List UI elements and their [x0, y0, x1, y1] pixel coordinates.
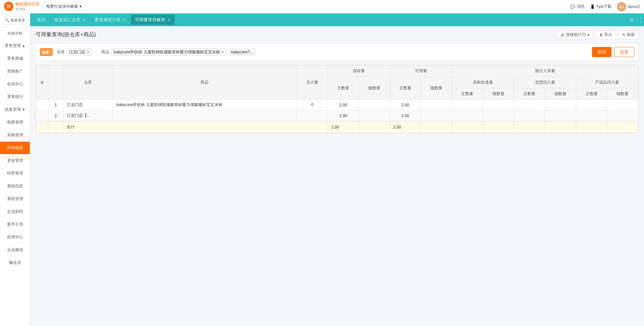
product-filter-tag1[interactable]: babycare学饮杯 儿童防摔防撞吸管杯重力球吸嘴杯宝宝水杯 ✕ [111, 48, 227, 56]
sidebar-item-wholesale-mgmt[interactable]: 批发管理 ▼ [0, 103, 30, 116]
tab-close-all-icon[interactable]: ✕ [630, 17, 634, 22]
tab-order-stats-close[interactable]: ✕ [123, 17, 126, 22]
sidebar-item-inventory[interactable]: 库存核算 [0, 142, 30, 154]
tab-available-ledger[interactable]: 可用量库存账本 ✕ [131, 15, 175, 25]
footer-stock-main: 2.00 [328, 121, 359, 133]
message-label: 消息 [577, 4, 585, 9]
warehouse-filter-group: 仓库 江北门店 ✕ ... [57, 48, 97, 56]
sidebar-item-retail-mall[interactable]: 零售商城 [0, 52, 30, 65]
th-arrival-pending-group: 进货待入量 [514, 77, 576, 88]
td-purchase-aux-group [483, 110, 514, 122]
sidebar-item-label: 基础信息 [7, 183, 23, 189]
sidebar-item-label: 零售管理 [5, 43, 21, 49]
sidebar-item-vip[interactable]: 畅会员 [0, 257, 30, 269]
footer-stock-aux [359, 121, 390, 133]
sidebar-item-finance[interactable]: 资金管理 [0, 154, 30, 167]
tab-receipt-summary-close[interactable]: ✕ [83, 17, 86, 22]
search-menu-button[interactable]: 🔍 搜索菜单 [3, 16, 27, 25]
sidebar-item-label: 会员中心 [7, 81, 23, 87]
th-purchase-main: 主数量 [452, 88, 483, 100]
app-download-btn[interactable]: 📱 App下载 [590, 4, 611, 9]
td-arrival-aux-group [545, 110, 576, 122]
td-purchase-main-group [452, 110, 483, 122]
expand-icon: ▼ [22, 108, 25, 111]
th-production-main: 主数量 [576, 88, 607, 100]
td-seq: 1 [48, 100, 63, 110]
expand-icon: ▲ [22, 44, 25, 48]
tab-fullscreen-icon[interactable]: ⛶ [637, 17, 641, 22]
th-available-group: 可用量 [390, 65, 452, 77]
th-stock-main: 主数量 [328, 77, 359, 100]
filter-toggle-button[interactable]: ▶▶ [40, 48, 53, 56]
th-settings[interactable]: ⚙ [36, 65, 48, 100]
quick-nav-button[interactable]: 快捷导航 [2, 30, 28, 37]
sidebar-item-label: 零售商城 [7, 56, 23, 61]
th-purchase-aux: 辅数量 [483, 88, 514, 100]
warehouse-filter-tag[interactable]: 江北门店 ✕ [67, 48, 92, 56]
sidebar-item-wechat[interactable]: 企业微信 [0, 244, 30, 257]
logo-text: 畅捷通好生意 [15, 2, 40, 6]
tab-available-ledger-close[interactable]: ✕ [167, 17, 171, 22]
export-button[interactable]: ⬇ 导出 [596, 30, 616, 39]
username-label: demo2 [628, 4, 640, 9]
tab-receipt-summary[interactable]: 收发存汇总表 ✕ [50, 15, 90, 25]
th-warehouse: 仓库 [63, 65, 113, 100]
td-warehouse: 江北门店 [63, 100, 113, 110]
quick-nav-area: 快捷导航 [0, 28, 30, 40]
tab-home[interactable]: 首页 [33, 15, 50, 25]
sidebar-item-marketing[interactable]: 营销推广 [0, 65, 30, 78]
sidebar-item-operations[interactable]: 经营管理 [0, 167, 30, 180]
sidebar: 🔍 搜索菜单 快捷导航 零售管理 ▲ 零售商城 营销推广 会员中心 零售统计 批… [0, 13, 30, 326]
warehouse-filter-more[interactable]: ... [94, 50, 97, 54]
td-product-group [113, 110, 297, 122]
message-btn[interactable]: 💬 消息 [570, 4, 585, 9]
warehouse-filter-clear[interactable]: ✕ [87, 50, 90, 54]
sidebar-item-retail-stats[interactable]: 零售统计 [0, 91, 30, 103]
footer-avail-aux [421, 121, 452, 133]
sidebar-item-basic-info[interactable]: 基础信息 [0, 180, 30, 193]
sidebar-item-label: 电商管理 [7, 120, 23, 125]
table-row: 1 江北门店 babycare学饮杯 儿童防摔防撞吸管杯重力球吸嘴杯宝宝水杯 个… [36, 100, 638, 110]
sidebar-item-member[interactable]: 会员中心 [0, 78, 30, 91]
td-avail-main: 2.00 [390, 100, 421, 110]
td-production-aux-group [607, 110, 638, 122]
app-label: App下载 [596, 4, 611, 9]
td-production-aux [607, 100, 638, 110]
sidebar-item-retail-mgmt[interactable]: 零售管理 ▲ [0, 40, 30, 52]
footer-production-aux [607, 121, 638, 133]
td-unit: 个 [297, 100, 328, 110]
refresh-button[interactable]: ↻ 刷新 [619, 30, 639, 39]
sidebar-item-purchase[interactable]: 采购管理 [0, 129, 30, 142]
sidebar-item-newcomer[interactable]: 新手引导 [0, 218, 30, 231]
th-product: 商品 [113, 65, 297, 100]
warehouse-filter-label: 仓库 [57, 49, 65, 55]
refresh-icon: ↻ [622, 33, 626, 37]
product-filter-tag2[interactable]: babycare?... [229, 49, 256, 55]
th-arrival-main: 主数量 [514, 88, 545, 100]
sidebar-item-label: 系统管理 [7, 196, 23, 202]
footer-settings [36, 121, 48, 133]
print-template-button[interactable]: 🖨 按模板打印 ▾ [557, 30, 593, 39]
column-settings-icon[interactable]: ⚙ [40, 80, 44, 85]
sidebar-item-system[interactable]: 系统管理 [0, 193, 30, 205]
app-logo: 好 畅捷通好生意 标准版 [4, 2, 40, 11]
sidebar-item-label: 经营管理 [7, 171, 23, 176]
tab-receipt-summary-label: 收发存汇总表 [54, 17, 80, 23]
sidebar-item-enterprise[interactable]: 企业协同 [0, 205, 30, 218]
th-unit: 主计量 [297, 65, 328, 100]
td-settings [36, 110, 48, 122]
th-avail-aux: 辅数量 [421, 77, 452, 100]
industry-selector[interactable]: 母婴行业演示账套 ▾ [43, 3, 87, 10]
settings-button[interactable]: 设置 [614, 47, 634, 57]
product-filter-clear1[interactable]: ✕ [221, 50, 224, 54]
user-profile[interactable]: Ea demo2 [617, 2, 640, 11]
td-production-main-group [576, 110, 607, 122]
sidebar-item-app-center[interactable]: 应用中心 [0, 231, 30, 244]
print-label: 按模板打印 [566, 32, 586, 38]
footer-production-main [576, 121, 607, 133]
td-stock-aux-group [359, 110, 390, 122]
query-button[interactable]: 查询 [592, 47, 611, 57]
page-content: 可用量查询(按仓库+商品) 🖨 按模板打印 ▾ ⬇ 导出 ↻ 刷新 [30, 26, 644, 326]
tab-order-stats[interactable]: 要货单统计表 ✕ [91, 15, 130, 25]
sidebar-item-ecommerce[interactable]: 电商管理 [0, 116, 30, 129]
